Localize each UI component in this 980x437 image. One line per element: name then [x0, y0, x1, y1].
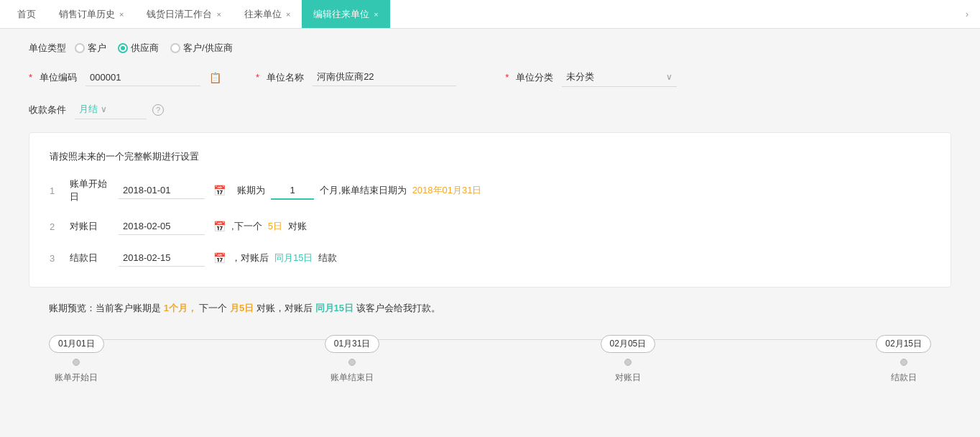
tab-home-label: 首页 — [17, 8, 36, 21]
unit-code-required: * — [29, 72, 32, 83]
setting-label-2: 对账日 — [70, 220, 113, 233]
preview-next-day: 月5日 — [230, 303, 254, 313]
unit-info-row: * 单位编码 📋 * 单位名称 * 单位分类 未分类 ∨ — [29, 68, 951, 87]
unit-code-input[interactable] — [85, 69, 200, 86]
tab-sales-history[interactable]: 销售订单历史 × — [47, 0, 135, 28]
radio-customer-circle — [75, 43, 85, 53]
period-month-input[interactable] — [271, 182, 314, 200]
tab-sales-history-close[interactable]: × — [119, 10, 124, 19]
radio-both[interactable]: 客户/供应商 — [170, 42, 233, 55]
tl-bubble-reconcile: 02月05日 — [601, 335, 656, 353]
tl-node-4: 02月15日 结款日 — [876, 335, 931, 384]
tl-node-1: 01月01日 账单开始日 — [49, 335, 104, 384]
reconcile-date-calendar-icon[interactable]: 📅 — [213, 221, 226, 232]
tl-sublabel-start: 账单开始日 — [55, 372, 98, 384]
start-date-input[interactable] — [119, 182, 205, 199]
timeline-container: 01月01日 账单开始日 01月31日 账单结束日 02月05日 对账日 — [49, 329, 931, 384]
unit-category-select[interactable]: 未分类 ∨ — [562, 68, 677, 87]
unit-name-label: 单位名称 — [267, 71, 304, 84]
payment-date-input[interactable] — [119, 249, 205, 267]
tl-sublabel-reconcile: 对账日 — [615, 372, 641, 384]
payment-terms-value: 月结 — [79, 103, 98, 116]
setting-num-1: 1 — [50, 185, 64, 196]
unit-category-value: 未分类 — [566, 70, 594, 83]
reconcile-date-input[interactable] — [119, 218, 205, 235]
tl-bubble-end: 01月31日 — [325, 335, 380, 353]
content-area: 单位类型 客户 供应商 客户/供应商 * 单位编码 📋 * 单位名称 * 单位分… — [0, 29, 980, 437]
unit-code-calendar-icon[interactable]: 📋 — [209, 72, 221, 83]
payment-day: 同月15日 — [274, 252, 313, 264]
radio-supplier[interactable]: 供应商 — [118, 42, 159, 55]
payment-terms-row: 收款条件 月结 ∨ ? — [29, 100, 951, 119]
radio-customer-label: 客户 — [88, 42, 106, 55]
reconcile-day: 5日 — [268, 220, 282, 233]
tab-edit-partner-close[interactable]: × — [374, 10, 378, 19]
tab-partner-label: 往来单位 — [244, 8, 282, 21]
tab-partner[interactable]: 往来单位 × — [233, 0, 302, 28]
preview-next-pre: 下一个 — [199, 303, 227, 313]
setting-num-2: 2 — [50, 221, 64, 232]
preview-label: 账期预览：当前客户账期是 — [49, 303, 161, 313]
unit-category-chevron: ∨ — [666, 72, 672, 82]
tl-node-2: 01月31日 账单结束日 — [325, 335, 380, 384]
setting-row-1: 1 账单开始日 📅 账期为 个月,账单结束日期为 2018年01月31日 — [50, 178, 930, 203]
period-label: 账期为 — [237, 184, 265, 197]
settings-title: 请按照未来的一个完整帐期进行设置 — [50, 150, 930, 163]
setting-row-3: 3 结款日 📅 ，对账后 同月15日 结款 — [50, 249, 930, 267]
payment-terms-label: 收款条件 — [29, 104, 66, 116]
tl-sublabel-payment: 结款日 — [891, 372, 917, 384]
reconcile-suffix: 对账 — [288, 220, 307, 233]
period-end-date: 2018年01月31日 — [412, 184, 482, 197]
tab-cash-ledger[interactable]: 钱货日清工作台 × — [135, 0, 232, 28]
unit-type-row: 单位类型 客户 供应商 客户/供应商 — [29, 42, 951, 55]
preview-payment-day: 同月15日 — [315, 303, 353, 313]
start-date-calendar-icon[interactable]: 📅 — [213, 185, 226, 196]
unit-category-required: * — [505, 72, 509, 83]
tab-home[interactable]: 首页 — [6, 0, 47, 28]
radio-group-unit-type: 客户 供应商 客户/供应商 — [75, 42, 233, 55]
unit-name-input[interactable] — [313, 69, 456, 86]
radio-both-circle — [170, 43, 180, 53]
setting-num-3: 3 — [50, 253, 64, 264]
radio-supplier-label: 供应商 — [131, 42, 159, 55]
period-suffix: 个月,账单结束日期为 — [320, 184, 407, 197]
payment-date-calendar-icon[interactable]: 📅 — [213, 252, 226, 264]
tab-edit-partner-label: 编辑往来单位 — [313, 8, 369, 21]
unit-code-label: 单位编码 — [40, 71, 77, 84]
unit-category-label: 单位分类 — [516, 71, 553, 84]
unit-type-label: 单位类型 — [29, 42, 66, 55]
tab-cash-ledger-label: 钱货日清工作台 — [147, 8, 212, 21]
tabs-bar: 首页 销售订单历史 × 钱货日清工作台 × 往来单位 × 编辑往来单位 × › — [0, 0, 980, 29]
tab-edit-partner[interactable]: 编辑往来单位 × — [302, 0, 389, 28]
payment-suffix: 结款 — [318, 252, 337, 264]
help-icon[interactable]: ? — [152, 104, 164, 116]
tab-partner-close[interactable]: × — [286, 10, 290, 19]
preview-reconcile: 对账，对账后 — [256, 303, 313, 313]
setting-label-1: 账单开始日 — [70, 178, 113, 203]
tab-sales-history-label: 销售订单历史 — [59, 8, 115, 21]
setting-label-3: 结款日 — [70, 252, 113, 264]
payment-terms-chevron: ∨ — [101, 104, 107, 114]
radio-both-label: 客户/供应商 — [183, 42, 233, 55]
tabs-arrow[interactable]: › — [960, 0, 974, 28]
preview-end: 该客户会给我打款。 — [356, 303, 440, 313]
payment-terms-select[interactable]: 月结 ∨ — [75, 100, 147, 119]
payment-prefix: ，对账后 — [231, 252, 269, 264]
setting-row-2: 2 对账日 📅 ,下一个 5日 对账 — [50, 218, 930, 235]
tl-bubble-payment: 02月15日 — [876, 335, 931, 353]
radio-customer[interactable]: 客户 — [75, 42, 106, 55]
reconcile-prefix: ,下一个 — [231, 220, 262, 233]
preview-text: 账期预览：当前客户账期是 1个月， 下一个 月5日 对账，对账后 同月15日 该… — [49, 302, 931, 315]
preview-period: 1个月， — [164, 303, 197, 313]
tl-sublabel-end: 账单结束日 — [330, 372, 374, 384]
preview-section: 账期预览：当前客户账期是 1个月， 下一个 月5日 对账，对账后 同月15日 该… — [29, 302, 951, 384]
tab-cash-ledger-close[interactable]: × — [216, 10, 221, 19]
settings-box: 请按照未来的一个完整帐期进行设置 1 账单开始日 📅 账期为 个月,账单结束日期… — [29, 132, 951, 288]
tl-bubble-start: 01月01日 — [49, 335, 104, 353]
tl-node-3: 02月05日 对账日 — [601, 335, 656, 384]
radio-supplier-circle — [118, 43, 128, 53]
unit-name-required: * — [256, 72, 259, 83]
